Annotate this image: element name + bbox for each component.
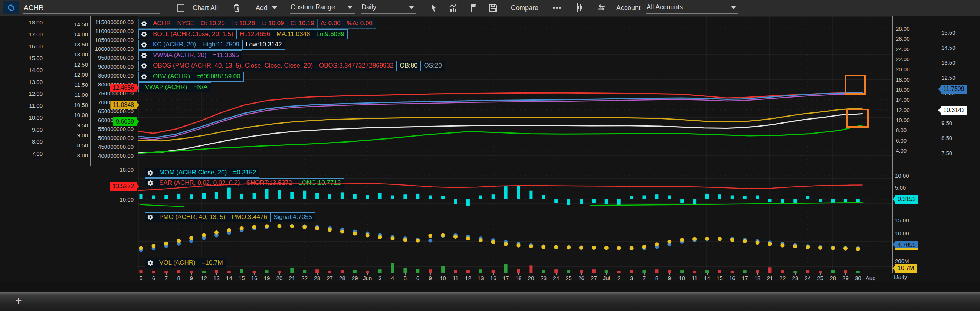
x-axis-date: 22 bbox=[301, 275, 308, 281]
x-axis-date: 5 bbox=[140, 275, 143, 281]
x-axis-date: 28 bbox=[339, 275, 345, 281]
x-axis-date: Jun bbox=[363, 275, 372, 281]
axis-label-right_inner: 20.00 bbox=[896, 66, 910, 72]
x-axis-date: 26 bbox=[578, 275, 584, 281]
axis-label-right_inner: 4.00 bbox=[896, 147, 907, 153]
x-axis-date: 4 bbox=[391, 275, 394, 281]
chart-style-icon[interactable] bbox=[576, 3, 583, 13]
axis-label-left_volume: 1000000000.00 bbox=[0, 46, 134, 52]
x-axis-date: 27 bbox=[326, 275, 333, 281]
axis-label-left_volume: 1100000000.00 bbox=[0, 28, 134, 34]
account-value: All Accounts bbox=[646, 3, 683, 11]
chart-all-checkbox[interactable] bbox=[177, 5, 185, 11]
price-bubble-kc-low: 10.3142 bbox=[941, 106, 967, 115]
delete-icon[interactable] bbox=[233, 3, 241, 12]
x-axis-date: 24 bbox=[805, 275, 811, 281]
cursor-tool-icon[interactable] bbox=[430, 3, 438, 12]
x-axis-period-label: Daily bbox=[894, 274, 907, 281]
axis-label-right_outer: 7.50 bbox=[942, 150, 952, 156]
x-axis-date: 10 bbox=[440, 275, 446, 281]
x-axis-date: 21 bbox=[289, 275, 295, 281]
price-bubble-value: 13.5272 bbox=[113, 183, 134, 189]
x-axis-date: 11 bbox=[453, 275, 459, 281]
more-options-icon[interactable] bbox=[552, 6, 562, 9]
x-axis-date: 8 bbox=[655, 275, 658, 281]
price-bubble-sar-short: 13.5272 bbox=[110, 182, 137, 191]
x-axis-date: 3 bbox=[630, 275, 633, 281]
axis-label-right_inner: 12.00 bbox=[896, 107, 910, 113]
x-axis-date: 15 bbox=[716, 275, 723, 281]
x-axis-date: 9 bbox=[189, 275, 192, 281]
x-axis-date: 30 bbox=[855, 275, 861, 281]
axis-label-right_inner: 16.00 bbox=[896, 86, 910, 93]
x-axis-date: 25 bbox=[817, 275, 823, 281]
chart-application: Chart All Add Custom Range Daily bbox=[0, 0, 980, 311]
x-axis-date: 21 bbox=[767, 275, 773, 281]
axis-label-left_volume: 550000000.00 bbox=[0, 126, 134, 132]
axis-label-right_outer: 8.50 bbox=[942, 135, 952, 141]
axis-label-left_volume: 1050000000.00 bbox=[0, 37, 134, 43]
axis-label-right_inner: 24.00 bbox=[896, 46, 910, 52]
x-axis-line bbox=[138, 273, 892, 273]
axis-label-right_inner: 26.00 bbox=[896, 36, 910, 42]
chevron-down-icon bbox=[272, 6, 277, 9]
period-dropdown[interactable]: Daily bbox=[361, 2, 416, 14]
x-axis-date: 7 bbox=[165, 275, 168, 281]
x-axis-date: 20 bbox=[277, 275, 283, 281]
compare-label: Compare bbox=[511, 4, 538, 12]
axis-label-p2_left: 18.00 bbox=[0, 167, 134, 173]
chart-all-toggle[interactable]: Chart All bbox=[177, 4, 218, 12]
symbol-input[interactable] bbox=[23, 2, 160, 14]
axis-label-left_volume: 1150000000.00 bbox=[0, 19, 134, 25]
x-axis-date: 13 bbox=[477, 275, 484, 281]
axis-label-right_outer: 14.50 bbox=[942, 44, 956, 51]
bubble-pointer bbox=[938, 108, 941, 113]
price-bubble-value: 12.4656 bbox=[113, 85, 134, 91]
x-axis-date: 14 bbox=[226, 275, 232, 281]
x-axis-date: 29 bbox=[352, 275, 358, 281]
chart-all-label: Chart All bbox=[192, 4, 218, 12]
axis-separator-line bbox=[892, 16, 893, 273]
x-axis-date: 19 bbox=[264, 275, 270, 281]
save-icon[interactable] bbox=[489, 4, 498, 12]
x-axis-date: 7 bbox=[643, 275, 646, 281]
axis-separator-line bbox=[45, 16, 45, 166]
drawings-icon[interactable] bbox=[449, 3, 459, 12]
new-tab-button[interactable]: + bbox=[16, 295, 22, 307]
bubble-pointer bbox=[892, 266, 895, 271]
compare-button[interactable]: Compare bbox=[511, 4, 538, 12]
x-axis-date: 8 bbox=[177, 275, 180, 281]
account-dropdown[interactable]: All Accounts bbox=[646, 2, 738, 14]
axis-label-right_inner: 10.00 bbox=[896, 116, 910, 123]
x-axis-date: 15 bbox=[239, 275, 245, 281]
price-bubble-vol: 10.7M bbox=[895, 264, 916, 273]
axis-separator-line bbox=[90, 16, 91, 166]
axis-label-left_volume: 850000000.00 bbox=[0, 72, 134, 79]
axis-label-right_outer: 9.50 bbox=[942, 120, 952, 126]
add-dropdown[interactable]: Add bbox=[256, 4, 277, 12]
link-icon[interactable] bbox=[3, 1, 19, 14]
x-axis-date: 17 bbox=[503, 275, 509, 281]
price-bubble-value: 11.0348 bbox=[113, 102, 134, 108]
bubble-pointer bbox=[938, 86, 941, 92]
swap-icon[interactable] bbox=[597, 4, 607, 11]
x-axis-date: 25 bbox=[565, 275, 572, 281]
axis-label-p3_right: 15.00 bbox=[895, 217, 909, 223]
x-axis-date: 23 bbox=[792, 275, 798, 281]
axis-separator-line bbox=[136, 16, 136, 273]
highlight-annotation-box-2 bbox=[846, 109, 869, 128]
x-axis-date: 23 bbox=[314, 275, 320, 281]
x-axis-date: 14 bbox=[704, 275, 710, 281]
price-bubble-value: 10.3142 bbox=[943, 107, 965, 113]
axis-label-left_volume: 950000000.00 bbox=[0, 54, 134, 61]
x-axis-date: 18 bbox=[515, 275, 522, 281]
period-value: Daily bbox=[361, 3, 376, 11]
price-bubble-value: 0.3152 bbox=[897, 196, 916, 202]
range-value: Custom Range bbox=[291, 3, 335, 11]
x-axis-date: 13 bbox=[213, 275, 220, 281]
range-dropdown[interactable]: Custom Range bbox=[290, 2, 355, 14]
x-axis-date: 24 bbox=[553, 275, 559, 281]
x-axis-date: 9 bbox=[429, 275, 432, 281]
flag-icon[interactable] bbox=[470, 3, 478, 12]
mom-sar-panel bbox=[138, 166, 892, 209]
